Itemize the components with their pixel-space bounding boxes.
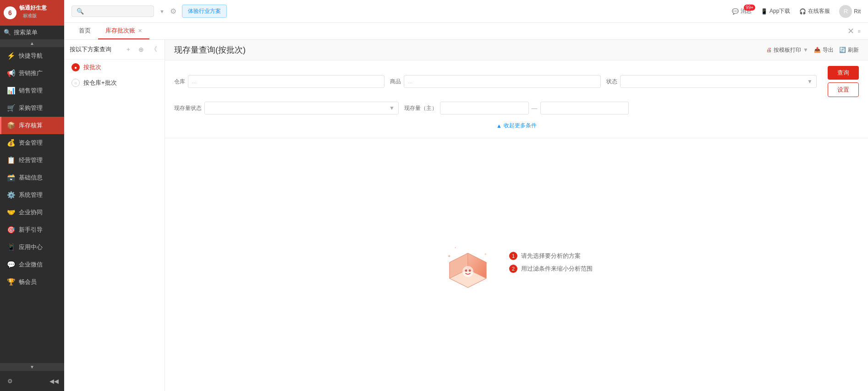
tab-bar: 首页 库存批次账 ✕ ✕ ≡: [64, 23, 868, 40]
search-dropdown-icon[interactable]: ▼: [159, 9, 165, 14]
sidebar-item-app-center[interactable]: 📱 应用中心: [0, 239, 64, 256]
nav-item-label: 快捷导航: [19, 52, 43, 60]
sidebar-item-purchase[interactable]: 🛒 采购管理: [0, 99, 64, 117]
sidebar-item-basic[interactable]: 🗃️ 基础信息: [0, 169, 64, 186]
svg-point-4: [462, 266, 473, 277]
scheme-item-batch[interactable]: ● 按批次: [64, 60, 165, 75]
nav-item-label: 应用中心: [19, 243, 43, 251]
app-download-icon: 📱: [761, 8, 768, 15]
scheme-settings-btn[interactable]: ⊕: [136, 44, 146, 54]
nav-item-label: 销售管理: [19, 87, 43, 95]
tab-home-label: 首页: [79, 27, 91, 35]
inventory-qty-from[interactable]: [440, 102, 529, 114]
export-btn[interactable]: 📤 导出: [814, 46, 834, 54]
tab-batch-account[interactable]: 库存批次账 ✕: [98, 23, 149, 39]
sidebar-item-sales[interactable]: 📊 销售管理: [0, 82, 64, 99]
tab-home[interactable]: 首页: [71, 23, 98, 39]
tab-close-btn[interactable]: ✕: [138, 28, 142, 33]
global-search[interactable]: 🔍: [71, 5, 154, 17]
sidebar-item-member[interactable]: 🏆 畅会员: [0, 273, 64, 291]
app-download-action[interactable]: 📱 App下载: [761, 7, 790, 15]
sidebar-item-inventory[interactable]: 📦 库存核算: [0, 117, 64, 134]
enterprise-icon: 🤝: [7, 208, 15, 217]
experience-btn[interactable]: 体验行业方案: [182, 5, 227, 18]
search-input[interactable]: [86, 8, 141, 15]
collapse-sidebar-btn[interactable]: ◀◀: [48, 375, 60, 387]
warehouse-input[interactable]: ...: [188, 75, 385, 88]
inventory-status-select[interactable]: ▼: [204, 102, 399, 114]
left-panel-header: 按以下方案查询 ＋ ⊕ 《: [64, 40, 165, 60]
sidebar-item-finance[interactable]: 💰 资金管理: [0, 134, 64, 152]
filter-actions: 查询 设置: [828, 66, 859, 97]
print-dropdown-icon[interactable]: ▼: [803, 47, 808, 53]
page-title-bar: 现存量查询(按批次) 🖨 按模板打印 ▼ 📤 导出 🔄 刷新: [165, 40, 868, 60]
filter-row-2: 现存量状态 ▼ 现存量（主） —: [174, 102, 859, 114]
scroll-down-btn[interactable]: ▼: [0, 363, 64, 370]
top-header: 🔍 ▼ ⚙ 体验行业方案 💬 消息 99+ 📱 App下载 🎧 在线客服 R: [64, 0, 868, 23]
collapse-left-btn[interactable]: 《: [149, 44, 159, 54]
message-action[interactable]: 💬 消息 99+: [732, 7, 752, 15]
message-badge: 99+: [744, 5, 755, 11]
right-panel: 现存量查询(按批次) 🖨 按模板打印 ▼ 📤 导出 🔄 刷新: [165, 40, 868, 391]
print-btn[interactable]: 🖨 按模板打印 ▼: [766, 46, 808, 54]
collapse-more-btn[interactable]: ▲ 收起更多条件: [174, 119, 859, 132]
scroll-up-btn[interactable]: ▲: [0, 40, 64, 47]
nav-item-label: 资金管理: [19, 139, 43, 147]
page-title: 现存量查询(按批次): [174, 44, 246, 55]
nav-item-label: 畅会员: [19, 278, 37, 286]
header-settings-icon[interactable]: ⚙: [170, 7, 176, 16]
left-panel: 按以下方案查询 ＋ ⊕ 《 ● 按批次 ○ 按仓库+批次: [64, 40, 165, 391]
query-btn[interactable]: 查询: [828, 66, 859, 80]
scheme-dot-active: ●: [71, 63, 80, 71]
message-icon: 💬: [732, 8, 739, 15]
inventory-qty-to[interactable]: [540, 102, 629, 114]
collapse-icon: ▲: [496, 123, 502, 129]
product-label: 商品: [390, 78, 401, 86]
user-profile[interactable]: R Rit: [839, 5, 861, 18]
operations-icon: 📋: [7, 156, 15, 164]
empty-illustration: ✦ ✦ ✦: [440, 237, 495, 292]
user-avatar-initial: R: [844, 8, 848, 15]
app-edition: 标准版: [19, 12, 47, 21]
sidebar-item-operations[interactable]: 📋 经营管理: [0, 152, 64, 169]
svg-point-5: [465, 270, 467, 272]
sidebar-item-system[interactable]: ⚙️ 系统管理: [0, 186, 64, 204]
inventory-status-arrow: ▼: [389, 105, 395, 111]
marketing-icon: 📢: [7, 69, 15, 77]
sidebar-item-enterprise-wechat[interactable]: 💬 企业微信: [0, 256, 64, 273]
product-input[interactable]: ...: [404, 75, 600, 88]
sidebar-item-enterprise[interactable]: 🤝 企业协同: [0, 204, 64, 221]
settings-footer-btn[interactable]: ⚙: [4, 375, 16, 387]
inventory-status-filter: 现存量状态 ▼: [174, 102, 399, 114]
system-icon: ⚙️: [7, 191, 15, 199]
warehouse-placeholder: ...: [192, 78, 197, 85]
add-scheme-btn[interactable]: ＋: [123, 44, 133, 54]
nav-item-label: 企业协同: [19, 208, 43, 217]
filter-area: 仓库 ... 商品 ... 状态: [165, 60, 868, 138]
app-download-label: App下载: [769, 7, 790, 15]
left-panel-title: 按以下方案查询: [70, 45, 111, 54]
refresh-btn[interactable]: 🔄 刷新: [839, 46, 859, 54]
customer-service-action[interactable]: 🎧 在线客服: [799, 7, 830, 15]
content-area: 按以下方案查询 ＋ ⊕ 《 ● 按批次 ○ 按仓库+批次 现存量查询(按批次): [64, 40, 868, 391]
product-filter: 商品 ...: [390, 75, 600, 88]
scheme-item-warehouse-batch[interactable]: ○ 按仓库+批次: [64, 75, 165, 91]
filter-settings-btn[interactable]: 设置: [828, 82, 859, 97]
status-select[interactable]: ▼: [620, 75, 817, 88]
scheme-label-batch: 按批次: [83, 63, 101, 71]
print-icon: 🖨: [766, 47, 772, 53]
close-label: ≡: [858, 28, 861, 34]
new-guide-icon: 🎯: [7, 226, 15, 234]
headset-icon: 🎧: [799, 8, 806, 15]
title-actions: 🖨 按模板打印 ▼ 📤 导出 🔄 刷新: [766, 46, 859, 54]
svg-text:✦: ✦: [484, 252, 487, 256]
qty-dash: —: [532, 105, 538, 112]
sidebar-item-new-guide[interactable]: 🎯 新手引导: [0, 221, 64, 239]
app-logo: 6: [4, 6, 16, 19]
sidebar-item-quick-nav[interactable]: ⚡ 快捷导航: [0, 47, 64, 65]
product-placeholder: ...: [408, 78, 412, 85]
search-menu-item[interactable]: 🔍 搜索菜单: [0, 26, 64, 40]
sidebar-item-marketing[interactable]: 📢 营销推广: [0, 65, 64, 82]
page-close-btn[interactable]: ✕ ≡: [847, 26, 861, 36]
refresh-icon: 🔄: [839, 47, 846, 53]
